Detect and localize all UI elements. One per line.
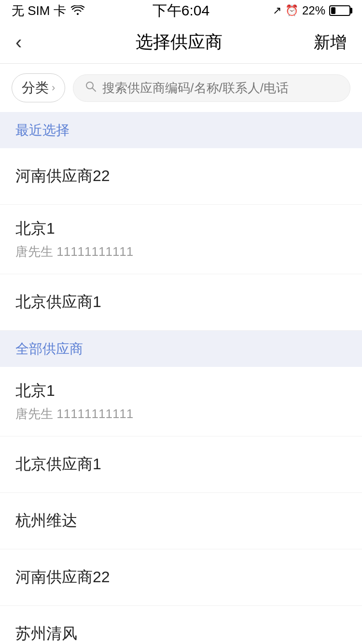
supplier-name: 杭州维达 [15,510,347,532]
all-items-list: 北京1唐先生 11111111111北京供应商1杭州维达河南供应商22苏州清风 [0,367,362,644]
supplier-name: 北京供应商1 [15,292,347,313]
recent-items-list: 河南供应商22北京1唐先生 11111111111北京供应商1 [0,148,362,331]
all-section-header: 全部供应商 [0,331,362,367]
status-bar: 无 SIM 卡 下午6:04 ↗ ⏰ 22% [0,0,362,21]
battery-icon [329,5,350,16]
search-input[interactable] [102,81,338,96]
location-icon: ↗ [273,4,281,17]
category-button[interactable]: 分类 › [12,73,65,102]
list-item[interactable]: 北京供应商1 [0,274,362,331]
status-time: 下午6:04 [153,1,209,21]
supplier-name: 苏州清风 [15,623,347,644]
status-left: 无 SIM 卡 [12,2,84,19]
supplier-name: 北京1 [15,218,347,239]
chevron-right-icon: › [52,82,55,94]
no-sim-text: 无 SIM 卡 [12,2,66,19]
page-title: 选择供应商 [44,30,314,54]
list-item[interactable]: 杭州维达 [0,493,362,549]
wifi-icon [71,3,84,18]
search-icon [85,81,97,96]
all-section-label: 全部供应商 [15,341,83,356]
back-button[interactable]: ‹ [15,31,44,53]
recent-section-header: 最近选择 [0,112,362,148]
supplier-name: 北京1 [15,380,347,402]
supplier-sub: 唐先生 11111111111 [15,243,347,260]
search-area: 分类 › [0,64,362,112]
add-button[interactable]: 新增 [314,31,347,54]
list-item[interactable]: 北京供应商1 [0,436,362,493]
svg-line-1 [92,88,96,91]
list-item[interactable]: 河南供应商22 [0,148,362,205]
nav-bar: ‹ 选择供应商 新增 [0,21,362,64]
list-item[interactable]: 河南供应商22 [0,549,362,606]
recent-section-label: 最近选择 [15,123,70,138]
alarm-icon: ⏰ [285,4,298,17]
supplier-name: 北京供应商1 [15,454,347,475]
list-item[interactable]: 苏州清风 [0,606,362,644]
category-label: 分类 [22,79,49,97]
list-item[interactable]: 北京1唐先生 11111111111 [0,205,362,274]
supplier-name: 河南供应商22 [15,567,347,588]
list-item[interactable]: 北京1唐先生 11111111111 [0,367,362,436]
supplier-sub: 唐先生 11111111111 [15,406,347,422]
search-box [73,74,350,102]
supplier-name: 河南供应商22 [15,166,347,187]
status-right: ↗ ⏰ 22% [273,4,350,17]
battery-percent: 22% [302,4,325,17]
